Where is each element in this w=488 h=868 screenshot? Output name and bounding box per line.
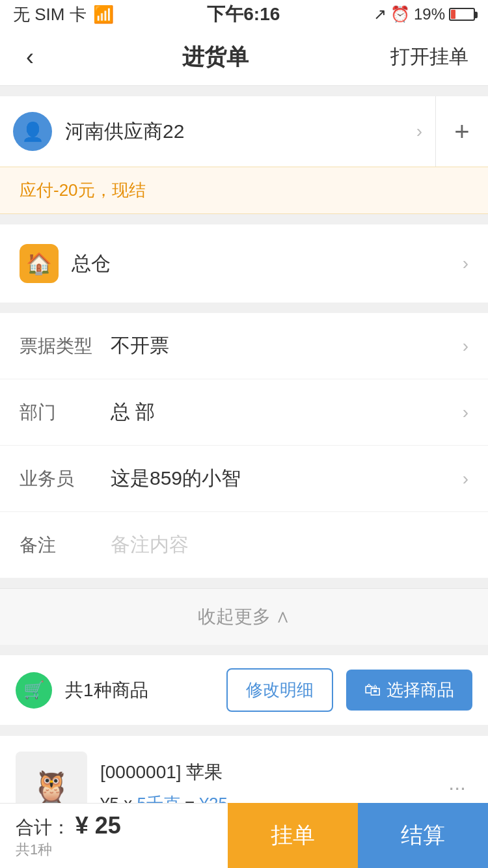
remark-label: 备注 [20,533,111,558]
sim-status: 无 SIM 卡 [13,3,87,26]
nav-bar: ‹ 进货单 打开挂单 [0,29,488,86]
remark-row[interactable]: 备注 备注内容 [0,512,488,578]
status-bar: 无 SIM 卡 📶 下午6:16 ↗ ⏰ 19% [0,0,488,29]
cart-icon: 🛒 [23,680,44,700]
checkout-button[interactable]: 结算 [358,803,488,868]
owl-icon: 🦉 [32,769,71,806]
supplier-section: 👤 河南供应商22 › + [0,96,488,167]
collapse-bar[interactable]: 收起更多 ∧ [0,588,488,645]
salesperson-label: 业务员 [20,467,111,491]
warehouse-chevron-icon: › [463,253,468,274]
select-product-button[interactable]: 🛍 选择商品 [346,670,472,711]
alarm-icon: ⏰ [390,5,410,23]
department-chevron-icon: › [463,402,468,423]
total-sub: 共1种 [16,840,212,860]
status-left: 无 SIM 卡 📶 [13,3,114,26]
product-name-val: 苹果 [186,762,223,782]
product-header-section: 🛒 共1种商品 修改明细 🛍 选择商品 [0,655,488,726]
department-value: 总 部 [111,399,456,426]
form-section: 票据类型 不开票 › 部门 总 部 › 业务员 这是859的小智 › 备注 备注… [0,313,488,578]
product-more-button[interactable]: ··· [442,769,472,806]
hang-button[interactable]: 挂单 [228,803,358,868]
product-name: [0000001] 苹果 [100,760,429,785]
warehouse-name: 总仓 [72,251,456,277]
salesperson-row[interactable]: 业务员 这是859的小智 › [0,446,488,512]
wifi-icon: 📶 [93,5,114,25]
supplier-avatar: 👤 [13,112,52,151]
status-time: 下午6:16 [207,2,280,27]
supplier-row[interactable]: 👤 河南供应商22 › [0,96,436,167]
salesperson-value: 这是859的小智 [111,465,456,492]
supplier-chevron-icon: › [416,121,422,142]
credit-note: 应付-20元，现结 [0,167,488,214]
page-title: 进货单 [182,42,249,72]
location-icon: ↗ [373,5,386,23]
total-amount: ¥ 25 [75,812,121,839]
select-label: 选择商品 [386,679,454,701]
status-right: ↗ ⏰ 19% [373,5,475,23]
department-row[interactable]: 部门 总 部 › [0,379,488,446]
invoice-type-chevron-icon: › [463,336,468,357]
warehouse-section: 🏠 总仓 › [0,224,488,303]
warehouse-row[interactable]: 🏠 总仓 › [0,224,488,303]
avatar-icon: 👤 [21,121,44,142]
warehouse-icon: 🏠 [26,251,52,276]
product-header: 🛒 共1种商品 修改明细 🛍 选择商品 [0,655,488,726]
supplier-name: 河南供应商22 [65,118,410,145]
product-icon: 🛒 [16,672,52,709]
department-label: 部门 [20,400,111,425]
total-section: 合计： ¥ 25 共1种 [0,803,228,868]
select-icon: 🛍 [364,680,381,700]
modify-detail-button[interactable]: 修改明细 [226,668,333,712]
invoice-type-label: 票据类型 [20,334,111,359]
supplier-add-button[interactable]: + [436,96,488,167]
open-hang-button[interactable]: 打开挂单 [390,44,468,70]
warehouse-icon-bg: 🏠 [20,244,59,283]
remark-placeholder: 备注内容 [111,532,468,558]
product-code: [0000001] [100,762,182,782]
back-button[interactable]: ‹ [20,37,40,77]
total-label: 合计： ¥ 25 [16,812,212,840]
battery-percent: 19% [414,5,445,23]
battery-icon [449,8,475,21]
bottom-bar: 合计： ¥ 25 共1种 挂单 结算 [0,803,488,868]
invoice-type-row[interactable]: 票据类型 不开票 › [0,313,488,379]
product-count-label: 共1种商品 [65,678,213,703]
salesperson-chevron-icon: › [463,468,468,489]
invoice-type-value: 不开票 [111,332,456,359]
